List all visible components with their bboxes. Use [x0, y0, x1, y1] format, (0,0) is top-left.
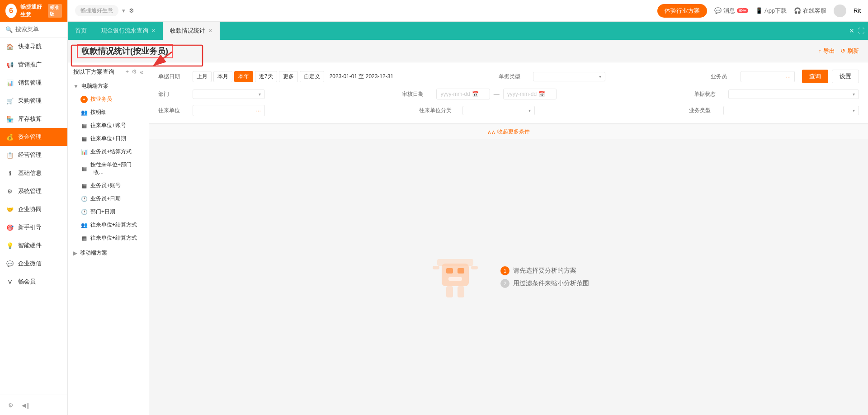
sidebar-item-company[interactable]: 🤝 企业协同: [0, 200, 67, 218]
sidebar-item-sales[interactable]: 📊 销售管理: [0, 74, 67, 92]
setting-button[interactable]: 设置: [832, 70, 859, 83]
sales-label: 销售管理: [18, 79, 42, 87]
top-breadcrumb: 畅捷通好生意: [75, 5, 118, 16]
sidebar-item-basic[interactable]: ℹ 基础信息: [0, 164, 67, 182]
company-icon: 🤝: [5, 205, 14, 214]
sidebar-item-finance[interactable]: 💰 资金管理: [0, 128, 67, 146]
sales-icon: 📊: [5, 78, 14, 87]
by-unit-settle1-label: 往来单位+结算方式: [90, 221, 137, 229]
date-btn-more[interactable]: 更多: [279, 71, 298, 82]
settings-bottom-icon[interactable]: ⚙: [5, 400, 16, 410]
dept-select[interactable]: ▾: [193, 90, 265, 99]
step-1-text: 请先选择要分析的方案: [513, 267, 576, 275]
collapse-arrow-icon: ∧∧: [487, 129, 495, 135]
by-detail-icon: 👥: [80, 109, 88, 116]
sidebar-item-operations[interactable]: 📋 经营管理: [0, 146, 67, 164]
by-unit-settle2-label: 往来单位+结算方式: [90, 234, 137, 242]
review-date-end-input[interactable]: yyyy-mm-dd 📅: [503, 89, 557, 99]
scheme-by-salesman-account[interactable]: ▦ 业务员+账号: [68, 179, 149, 192]
sidebar-item-marketing[interactable]: 📢 营销推广: [0, 56, 67, 74]
svg-rect-7: [458, 286, 464, 297]
by-unit-dept-collect-label: 按往来单位+部门+收...: [90, 161, 143, 176]
sidebar-search-item[interactable]: 🔍 搜索菜单: [0, 22, 67, 38]
collapse-bar[interactable]: ∧∧ 收起更多条件: [149, 124, 868, 139]
system-icon: ⚙: [5, 187, 14, 196]
date-btn-custom[interactable]: 自定义: [300, 71, 324, 82]
scheme-by-dept-date[interactable]: 🕐 部门+日期: [68, 205, 149, 218]
topbar-settings-icon[interactable]: ⚙: [129, 7, 134, 14]
tab-maximize-icon[interactable]: ⛶: [858, 27, 864, 34]
scheme-by-detail[interactable]: 👥 按明细: [68, 106, 149, 119]
page-header: 收款情况统计(按业务员) ↑ 导出 ↺ 刷新: [68, 40, 868, 62]
by-unit-settle2-icon: ▦: [80, 235, 88, 242]
refresh-button[interactable]: ↺ 刷新: [840, 47, 859, 55]
scheme-by-unit-account[interactable]: ▦ 往来单位+账号: [68, 119, 149, 132]
top-bar-left: 畅捷通好生意 ▾ ⚙: [75, 5, 134, 16]
wechat-label: 企业微信: [18, 259, 42, 268]
logo-char: 6: [9, 7, 13, 15]
date-btn-this-year[interactable]: 本年: [234, 71, 253, 82]
date-btn-7days[interactable]: 近7天: [255, 71, 277, 82]
app-download-action[interactable]: 📱 App下载: [755, 7, 787, 15]
breadcrumb-dropdown-icon[interactable]: ▾: [122, 7, 125, 14]
message-icon: 💬: [714, 7, 722, 14]
date-btn-this-month[interactable]: 本月: [213, 71, 232, 82]
tab-home[interactable]: 首页: [68, 22, 94, 40]
page-title: 收款情况统计(按业务员): [77, 44, 173, 58]
tab-bank-close-icon[interactable]: ✕: [151, 28, 156, 34]
tab-collection[interactable]: 收款情况统计 ✕: [163, 22, 220, 40]
salesman-select[interactable]: ···: [741, 71, 795, 82]
business-type-select[interactable]: ▾: [723, 106, 859, 115]
left-panel-icons: + ⚙ «: [126, 68, 143, 75]
salesman-more-icon[interactable]: ···: [786, 73, 791, 80]
sidebar-item-newbie[interactable]: 🎯 新手引导: [0, 218, 67, 236]
review-date-start-input[interactable]: yyyy-mm-dd 📅: [436, 89, 490, 99]
sidebar-item-vip[interactable]: V 畅会员: [0, 273, 67, 291]
tab-collection-label: 收款情况统计: [170, 27, 205, 35]
scheme-by-salesman[interactable]: ● 按业务员: [68, 93, 149, 106]
scheme-settings-icon[interactable]: ⚙: [132, 68, 137, 75]
sidebar-item-system[interactable]: ⚙ 系统管理: [0, 182, 67, 200]
partner-type-select[interactable]: ▾: [462, 106, 535, 115]
scheme-by-unit-settle2[interactable]: ▦ 往来单位+结算方式: [68, 231, 149, 245]
left-panel-title: 按以下方案查询: [73, 68, 114, 76]
mobile-group-title[interactable]: ▶ 移动端方案: [68, 246, 149, 259]
add-scheme-icon[interactable]: +: [126, 68, 129, 75]
review-date-end-value: yyyy-mm-dd: [507, 91, 537, 97]
trial-button[interactable]: 体验行业方案: [657, 4, 707, 18]
sidebar-item-purchase[interactable]: 🛒 采购管理: [0, 92, 67, 110]
date-btn-last-month[interactable]: 上月: [193, 71, 212, 82]
collapse-sidebar-icon[interactable]: ◀‖: [20, 400, 31, 410]
message-action[interactable]: 💬 消息 99+: [714, 7, 748, 15]
by-salesman-account-icon: ▦: [80, 182, 88, 189]
sidebar-item-inventory[interactable]: 🏪 库存核算: [0, 110, 67, 128]
filter-row-2: 部门 ▾ 审核日期 yyyy-mm-dd 📅 —: [158, 89, 859, 99]
desktop-group-title[interactable]: ▼ 电脑端方案: [68, 80, 149, 93]
scheme-by-salesman-settle[interactable]: 📊 业务员+结算方式: [68, 145, 149, 158]
scheme-by-unit-date[interactable]: ▦ 往来单位+日期: [68, 132, 149, 145]
message-label: 消息: [723, 7, 735, 15]
scheme-by-salesman-date[interactable]: 🕐 业务员+日期: [68, 192, 149, 205]
desktop-group-arrow: ▼: [73, 83, 79, 90]
mobile-group-label: 移动端方案: [80, 249, 107, 257]
scheme-by-unit-dept-collect[interactable]: ▦ 按往来单位+部门+收...: [68, 158, 149, 179]
user-avatar[interactable]: [834, 5, 846, 17]
partner-select[interactable]: ···: [193, 105, 265, 116]
partner-more-icon[interactable]: ···: [256, 107, 261, 114]
sidebar-item-hardware[interactable]: 💡 智能硬件: [0, 236, 67, 255]
collapse-panel-icon[interactable]: «: [140, 68, 143, 75]
export-label: 导出: [823, 47, 835, 55]
sidebar-item-wechat[interactable]: 💬 企业微信: [0, 255, 67, 273]
doc-status-select[interactable]: ▾: [728, 90, 859, 99]
by-salesman-label: 按业务员: [90, 95, 112, 103]
online-service-action[interactable]: 🎧 在线客服: [794, 7, 826, 15]
by-salesman-date-icon: 🕐: [80, 195, 88, 203]
sidebar-item-quicknav[interactable]: 🏠 快捷导航: [0, 38, 67, 56]
tab-close-all-icon[interactable]: ✕: [849, 27, 854, 34]
tab-collection-close-icon[interactable]: ✕: [208, 28, 212, 34]
export-button[interactable]: ↑ 导出: [819, 47, 835, 55]
doc-type-select[interactable]: ▾: [533, 72, 605, 81]
scheme-by-unit-settle1[interactable]: 👥 往来单位+结算方式: [68, 218, 149, 231]
query-button[interactable]: 查询: [802, 70, 828, 83]
tab-bank[interactable]: 现金银行流水查询 ✕: [94, 22, 163, 40]
